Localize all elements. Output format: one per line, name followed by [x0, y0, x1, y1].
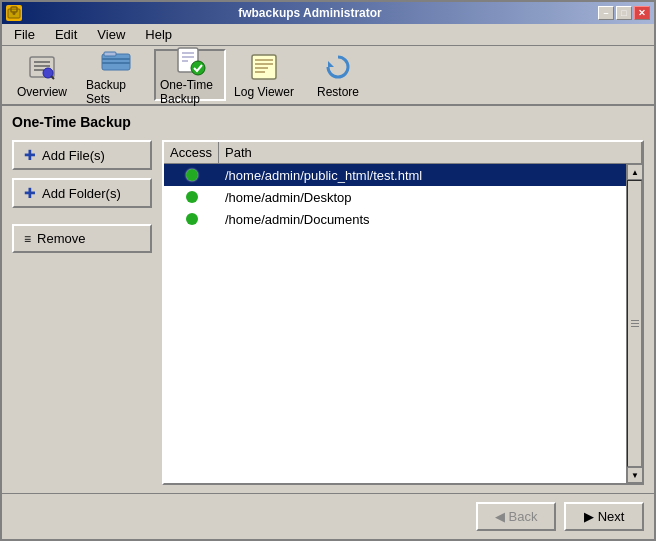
file-list: Access Path /home/admin/public_html/test… — [162, 140, 644, 485]
window-controls: – □ ✕ — [598, 6, 650, 20]
svg-marker-23 — [328, 61, 334, 67]
access-dot-1 — [186, 169, 198, 181]
overview-icon — [26, 51, 58, 83]
add-folder-icon: ✚ — [24, 185, 36, 201]
main-window: fwbackups Administrator – □ ✕ File Edit … — [0, 0, 656, 541]
next-icon: ▶ — [584, 509, 594, 524]
file-path-3: /home/admin/Documents — [219, 210, 642, 229]
left-panel: ✚ Add File(s) ✚ Add Folder(s) ≡ Remove — [12, 140, 152, 485]
content-area: ✚ Add File(s) ✚ Add Folder(s) ≡ Remove A… — [12, 140, 644, 485]
file-list-body[interactable]: /home/admin/public_html/test.html /home/… — [164, 164, 642, 483]
file-access-3 — [164, 211, 219, 227]
scroll-thumb[interactable] — [627, 180, 642, 467]
toolbar-one-time-backup-label: One-Time Backup — [160, 78, 220, 106]
scroll-grip — [628, 181, 641, 466]
next-button[interactable]: ▶ Next — [564, 502, 644, 531]
table-row[interactable]: /home/admin/Documents — [164, 208, 642, 230]
one-time-backup-icon — [174, 44, 206, 76]
file-path-1: /home/admin/public_html/test.html — [219, 166, 642, 185]
toolbar-backup-sets-label: Backup Sets — [86, 78, 146, 106]
maximize-button[interactable]: □ — [616, 6, 632, 20]
access-dot-2 — [186, 191, 198, 203]
add-files-icon: ✚ — [24, 147, 36, 163]
svg-rect-10 — [102, 58, 130, 60]
table-row[interactable]: /home/admin/Desktop — [164, 186, 642, 208]
toolbar-overview[interactable]: Overview — [6, 49, 78, 101]
minimize-button[interactable]: – — [598, 6, 614, 20]
menu-edit[interactable]: Edit — [47, 25, 85, 44]
file-path-2: /home/admin/Desktop — [219, 188, 642, 207]
menu-file[interactable]: File — [6, 25, 43, 44]
svg-rect-12 — [104, 52, 116, 56]
toolbar-one-time-backup[interactable]: One-Time Backup — [154, 49, 226, 101]
menu-bar: File Edit View Help — [2, 24, 654, 46]
scroll-down-button[interactable]: ▼ — [627, 467, 643, 483]
access-dot-3 — [186, 213, 198, 225]
toolbar-backup-sets[interactable]: Backup Sets — [80, 49, 152, 101]
svg-rect-11 — [102, 62, 130, 64]
scroll-up-button[interactable]: ▲ — [627, 164, 643, 180]
col-header-path: Path — [219, 142, 642, 163]
menu-help[interactable]: Help — [137, 25, 180, 44]
file-access-1 — [164, 167, 219, 183]
add-folder-label: Add Folder(s) — [42, 186, 121, 201]
remove-button[interactable]: ≡ Remove — [12, 224, 152, 253]
svg-point-17 — [191, 61, 205, 75]
toolbar-log-viewer-label: Log Viewer — [234, 85, 294, 99]
back-label: Back — [509, 509, 538, 524]
close-button[interactable]: ✕ — [634, 6, 650, 20]
grip-line-2 — [631, 323, 639, 324]
remove-label: Remove — [37, 231, 85, 246]
scrollbar[interactable]: ▲ ▼ — [626, 164, 642, 483]
main-content: One-Time Backup ✚ Add File(s) ✚ Add Fold… — [2, 106, 654, 493]
add-folder-button[interactable]: ✚ Add Folder(s) — [12, 178, 152, 208]
svg-point-2 — [13, 12, 16, 15]
log-viewer-icon — [248, 51, 280, 83]
restore-icon — [322, 51, 354, 83]
file-access-2 — [164, 189, 219, 205]
toolbar-overview-label: Overview — [17, 85, 67, 99]
col-header-access: Access — [164, 142, 219, 163]
file-list-header: Access Path — [164, 142, 642, 164]
toolbar-restore[interactable]: Restore — [302, 49, 374, 101]
grip-line-1 — [631, 320, 639, 321]
toolbar: Overview Backup Sets — [2, 46, 654, 106]
svg-rect-18 — [252, 55, 276, 79]
back-button[interactable]: ◀ Back — [476, 502, 556, 531]
title-bar: fwbackups Administrator – □ ✕ — [2, 2, 654, 24]
table-row[interactable]: /home/admin/public_html/test.html — [164, 164, 642, 186]
back-icon: ◀ — [495, 509, 505, 524]
bottom-bar: ◀ Back ▶ Next — [2, 493, 654, 539]
backup-sets-icon — [100, 44, 132, 76]
section-title: One-Time Backup — [12, 114, 644, 130]
next-label: Next — [598, 509, 625, 524]
add-files-button[interactable]: ✚ Add File(s) — [12, 140, 152, 170]
toolbar-log-viewer[interactable]: Log Viewer — [228, 49, 300, 101]
app-icon — [6, 5, 22, 21]
window-title: fwbackups Administrator — [22, 6, 598, 20]
toolbar-restore-label: Restore — [317, 85, 359, 99]
remove-icon: ≡ — [24, 232, 31, 246]
grip-line-3 — [631, 326, 639, 327]
add-files-label: Add File(s) — [42, 148, 105, 163]
menu-view[interactable]: View — [89, 25, 133, 44]
